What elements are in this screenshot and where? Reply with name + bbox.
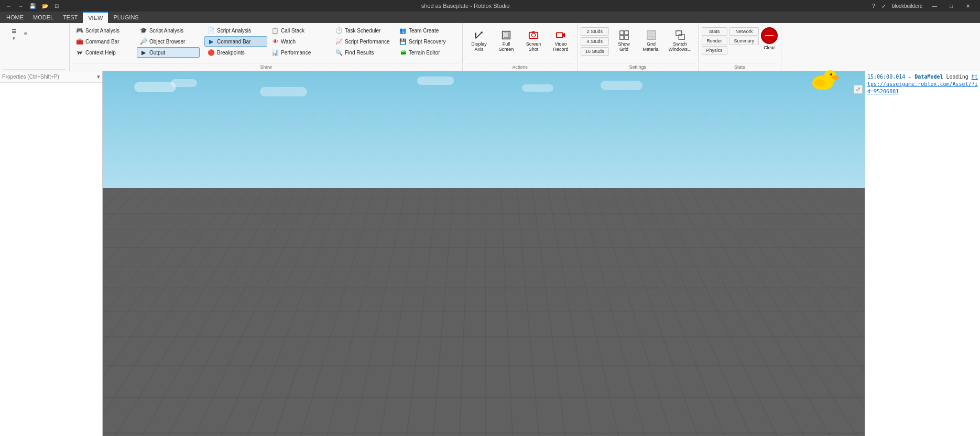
cloud-6 xyxy=(601,81,643,90)
show-grid-btn[interactable]: ShowGrid xyxy=(611,25,637,57)
output-log-entry-0: 15:06:00.014 - DataModel Loading https:/… xyxy=(867,73,978,95)
find-results-btn[interactable]: 🔍 Find Results xyxy=(332,47,395,58)
svg-rect-12 xyxy=(624,31,628,35)
properties-toggle-btn[interactable]: ≡ P ≡ xyxy=(3,25,66,42)
find-results-icon: 🔍 xyxy=(335,49,343,56)
minimize-btn[interactable]: — xyxy=(927,1,942,10)
switch-windows-icon xyxy=(675,30,685,40)
menu-view[interactable]: VIEW xyxy=(83,12,108,23)
script-recovery-btn[interactable]: 💾 Script Recovery xyxy=(396,36,459,47)
cloud-1 xyxy=(134,82,176,92)
team-create-btn[interactable]: 👥 Team Create xyxy=(396,25,459,36)
game-explorer-icon: 🎮 xyxy=(76,27,83,34)
breakpoints-btn[interactable]: 🔴 Breakpoints xyxy=(204,47,267,58)
performance-icon: 📊 xyxy=(271,49,279,56)
display-axis-btn[interactable]: DisplayAxis xyxy=(466,25,492,57)
ribbon-actions-section: DisplayAxis FullScreen xyxy=(463,23,578,71)
ribbon-show-section: 🎮 Script Analysis 🧰 Command Bar W Contex… xyxy=(70,23,463,71)
output-btn[interactable]: ▶ Output xyxy=(137,47,200,58)
svg-point-25 xyxy=(830,73,832,75)
summary-btn[interactable]: Summary xyxy=(729,37,759,45)
baseplate-grid xyxy=(103,188,865,436)
save-btn[interactable]: 💾 xyxy=(27,2,38,10)
properties-panel: Properties 📌 ✕ ▾ xyxy=(0,60,103,436)
call-stack-btn[interactable]: 📋 Call Stack xyxy=(268,25,331,36)
cloud-4 xyxy=(417,77,454,85)
2-studs-btn[interactable]: 2 Studs xyxy=(581,27,609,36)
grid-material-btn[interactable]: GridMaterial xyxy=(638,25,665,57)
performance-btn[interactable]: 📊 Performance xyxy=(268,47,331,58)
menu-test[interactable]: TEST xyxy=(59,13,82,21)
full-screen-btn[interactable]: FullScreen xyxy=(493,25,519,57)
svg-rect-15 xyxy=(647,31,655,39)
watch-btn[interactable]: 👁 Watch xyxy=(268,36,331,47)
back-btn[interactable]: ← xyxy=(4,2,14,10)
share-icon[interactable]: ⤢ xyxy=(879,2,888,10)
ribbon-panel-toggles: ≡ P ≡ xyxy=(0,23,70,71)
log-separator: - xyxy=(908,74,914,80)
game-explorer-btn[interactable]: 🎮 Script Analysis xyxy=(73,25,136,36)
window-controls: — □ ✕ xyxy=(927,1,976,10)
ribbon-section-label xyxy=(3,69,66,71)
task-scheduler-icon: 🕐 xyxy=(335,27,343,34)
object-browser-icon: 🔎 xyxy=(140,38,147,45)
task-scheduler-btn[interactable]: 🕐 Task Scheduler xyxy=(332,25,395,36)
select-btn[interactable]: ⊡ xyxy=(52,2,61,10)
clear-btn[interactable]: — xyxy=(761,27,778,44)
3d-viewport[interactable]: ⤢ xyxy=(103,71,865,436)
ribbon-stats-section: Stats Render Physics Network Summary — C… xyxy=(699,23,782,71)
clear-label: Clear xyxy=(764,45,775,50)
log-timestamp: 15:06:00.014 xyxy=(867,74,905,80)
maximize-btn[interactable]: □ xyxy=(943,1,959,10)
terrain-editor-icon: 🏔 xyxy=(399,49,407,56)
search-dropdown-icon[interactable]: ▾ xyxy=(97,73,100,80)
svg-rect-5 xyxy=(504,32,508,37)
svg-marker-3 xyxy=(475,32,477,35)
menu-model[interactable]: MODEL xyxy=(29,13,58,21)
toolbox-btn[interactable]: 🧰 Command Bar xyxy=(73,36,136,47)
svg-rect-13 xyxy=(619,36,623,39)
watch-icon: 👁 xyxy=(271,38,279,45)
properties-search-bar[interactable]: ▾ xyxy=(0,71,102,83)
tutorials-icon: 🎓 xyxy=(140,27,147,34)
main-viewport-area: Baseplate ✕ ⤢ xyxy=(103,60,865,436)
open-btn[interactable]: 📂 xyxy=(40,2,50,10)
command-bar-btn[interactable]: ▶ Command Bar xyxy=(204,36,267,47)
terrain-editor-btn[interactable]: 🏔 Terrain Editor xyxy=(396,47,459,58)
forward-btn[interactable]: → xyxy=(16,2,25,10)
switch-windows-btn[interactable]: SwitchWindows... xyxy=(666,25,695,57)
4-studs-btn[interactable]: 4 Studs xyxy=(581,37,609,46)
help-icon[interactable]: ? xyxy=(870,2,877,10)
script-analysis-icon: 📄 xyxy=(208,27,215,34)
close-btn[interactable]: ✕ xyxy=(960,1,976,10)
video-record-btn[interactable]: VideoRecord xyxy=(548,25,574,57)
log-class: DataModel xyxy=(914,74,943,80)
display-axis-icon xyxy=(474,30,484,40)
16-studs-btn[interactable]: 16 Studs xyxy=(581,47,609,56)
full-screen-icon xyxy=(501,30,511,40)
object-browser-btn[interactable]: 🔎 Object Browser xyxy=(137,36,200,47)
context-help-icon: W xyxy=(76,49,83,56)
physics-btn[interactable]: Physics xyxy=(702,46,727,54)
stats-section-label: Stats xyxy=(702,63,778,70)
menu-home[interactable]: HOME xyxy=(2,13,28,21)
stats-btn[interactable]: Stats xyxy=(702,27,727,36)
render-btn[interactable]: Render xyxy=(702,37,727,45)
script-performance-btn[interactable]: 📈 Script Performance xyxy=(332,36,395,47)
menu-bar: HOME MODEL TEST VIEW PLUGINS xyxy=(0,12,980,23)
show-grid-icon xyxy=(619,30,629,40)
script-analysis-btn[interactable]: 📄 Script Analysis xyxy=(204,25,267,36)
context-help-btn[interactable]: W Context Help xyxy=(73,47,136,58)
toolbox-icon: 🧰 xyxy=(76,38,83,45)
sep1 xyxy=(202,27,202,61)
viewport-expand-btn[interactable]: ⤢ xyxy=(854,85,863,94)
baseplate-mesh xyxy=(103,188,865,436)
script-recovery-icon: 💾 xyxy=(399,38,407,45)
network-btn[interactable]: Network xyxy=(729,27,759,36)
screen-shot-btn[interactable]: ScreenShot xyxy=(520,25,547,57)
tutorials-btn[interactable]: 🎓 Script Analysis xyxy=(137,25,200,36)
menu-plugins[interactable]: PLUGINS xyxy=(109,13,143,21)
call-stack-icon: 📋 xyxy=(271,27,279,34)
actions-section-label: Actions xyxy=(466,63,574,70)
properties-search-input[interactable] xyxy=(2,74,97,80)
